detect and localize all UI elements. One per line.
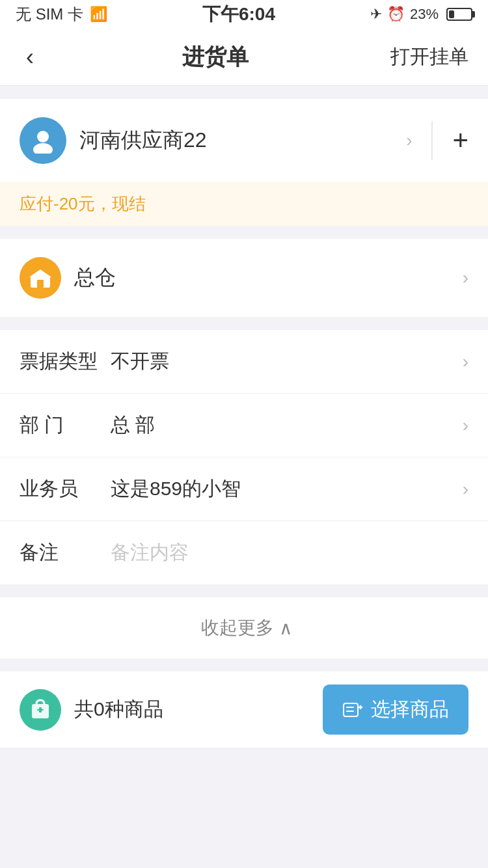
- remarks-label: 备注: [20, 539, 98, 566]
- add-supplier-button[interactable]: +: [452, 125, 468, 156]
- svg-rect-4: [37, 280, 44, 288]
- location-icon: ✈: [370, 6, 382, 23]
- salesperson-chevron-icon: ›: [463, 479, 468, 500]
- department-value: 总 部: [98, 412, 463, 439]
- select-product-icon: [342, 701, 363, 719]
- collapse-label: 收起更多: [201, 616, 274, 640]
- warehouse-icon-wrap: [20, 257, 61, 299]
- collapse-icon: ∧: [279, 617, 293, 639]
- invoice-type-value: 不开票: [98, 348, 463, 375]
- supplier-divider: [431, 121, 433, 160]
- salesperson-label: 业务员: [20, 476, 98, 502]
- svg-point-0: [37, 131, 49, 142]
- form-section: 票据类型 不开票 › 部 门 总 部 › 业务员 这是859的小智 › 备注 备…: [0, 330, 488, 584]
- status-bar: 无 SIM 卡 📶 下午6:04 ✈ ⏰ 23%: [0, 0, 488, 29]
- select-product-label: 选择商品: [371, 696, 449, 723]
- svg-marker-3: [29, 269, 51, 277]
- product-count: 共0种商品: [74, 696, 323, 723]
- svg-point-1: [33, 143, 53, 154]
- svg-rect-8: [344, 703, 358, 716]
- product-icon-wrap: [20, 689, 61, 731]
- svg-rect-7: [39, 707, 42, 712]
- section-gap-1: [0, 86, 488, 99]
- department-chevron-icon: ›: [463, 415, 468, 436]
- notice-text: 应付-20元，现结: [20, 194, 146, 213]
- supplier-avatar-icon: [30, 128, 56, 154]
- open-pending-button[interactable]: 打开挂单: [390, 44, 468, 70]
- supplier-name: 河南供应商22: [79, 126, 406, 155]
- supplier-section: 河南供应商22 › + 应付-20元，现结: [0, 99, 488, 226]
- department-label: 部 门: [20, 412, 98, 439]
- alarm-icon: ⏰: [387, 6, 405, 23]
- department-row[interactable]: 部 门 总 部 ›: [0, 394, 488, 457]
- invoice-type-chevron-icon: ›: [463, 351, 468, 372]
- salesperson-value: 这是859的小智: [98, 476, 463, 502]
- warehouse-chevron-icon: ›: [463, 267, 468, 288]
- status-left: 无 SIM 卡 📶: [16, 4, 107, 25]
- product-bar: 共0种商品 选择商品: [0, 671, 488, 748]
- invoice-type-label: 票据类型: [20, 348, 98, 375]
- status-time: 下午6:04: [202, 2, 275, 27]
- supplier-avatar: [20, 117, 66, 164]
- battery-icon: [446, 8, 472, 21]
- nav-bar: ‹ 进货单 打开挂单: [0, 29, 488, 86]
- invoice-type-row[interactable]: 票据类型 不开票 ›: [0, 330, 488, 394]
- supplier-chevron-icon: ›: [406, 130, 412, 151]
- carrier-text: 无 SIM 卡: [16, 4, 83, 25]
- notice-bar: 应付-20元，现结: [0, 182, 488, 226]
- page-title: 进货单: [182, 42, 249, 72]
- supplier-row[interactable]: 河南供应商22 › +: [0, 99, 488, 182]
- warehouse-row[interactable]: 总仓 ›: [0, 239, 488, 317]
- battery-percentage: 23%: [410, 6, 439, 23]
- warehouse-icon: [28, 265, 53, 290]
- remarks-placeholder[interactable]: 备注内容: [98, 539, 468, 566]
- remarks-row[interactable]: 备注 备注内容: [0, 521, 488, 584]
- salesperson-row[interactable]: 业务员 这是859的小智 ›: [0, 457, 488, 521]
- select-product-button[interactable]: 选择商品: [323, 685, 468, 735]
- back-button[interactable]: ‹: [20, 37, 40, 77]
- wifi-icon: 📶: [90, 6, 107, 23]
- product-icon: [28, 698, 53, 722]
- collapse-bar[interactable]: 收起更多 ∧: [0, 597, 488, 658]
- warehouse-name: 总仓: [74, 264, 463, 292]
- warehouse-section: 总仓 ›: [0, 239, 488, 317]
- status-right: ✈ ⏰ 23%: [370, 6, 472, 23]
